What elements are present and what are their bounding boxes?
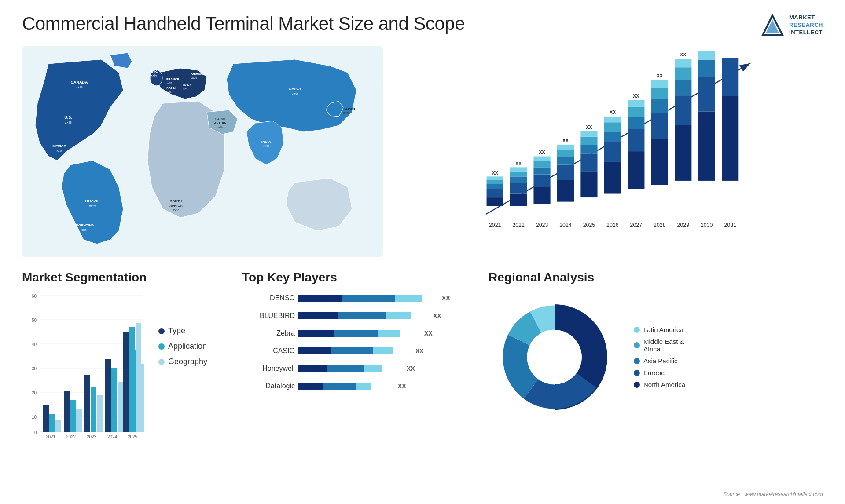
svg-text:xx%: xx%: [291, 92, 298, 96]
svg-text:XX: XX: [586, 124, 592, 130]
player-name-zebra: Zebra: [242, 329, 295, 337]
svg-rect-148: [395, 295, 422, 302]
player-name-bluebird: BLUEBIRD: [242, 312, 295, 320]
svg-text:MEXICO: MEXICO: [52, 144, 66, 148]
legend-apac: Asia Pacific: [634, 357, 685, 365]
player-name-casio: CASIO: [242, 347, 295, 355]
svg-rect-127: [70, 400, 76, 432]
legend-dot-application: [158, 343, 165, 350]
svg-text:xx%: xx%: [151, 74, 157, 77]
svg-rect-38: [487, 197, 503, 206]
logo-text: MARKET RESEARCH INTELLECT: [789, 14, 823, 37]
svg-text:XX: XX: [539, 150, 545, 155]
svg-rect-62: [580, 172, 597, 197]
svg-text:xx%: xx%: [343, 111, 349, 114]
players-container: Top Key Players DENSO XX: [242, 270, 471, 455]
players-list: DENSO XX BLUEBIRD: [242, 291, 471, 397]
legend-geography: Geography: [158, 357, 207, 366]
svg-rect-151: [386, 312, 411, 319]
svg-rect-53: [533, 161, 550, 167]
dot-north-america: [634, 382, 640, 388]
player-row-zebra: Zebra XX: [242, 326, 471, 340]
legend-dot-type: [158, 328, 165, 334]
svg-rect-74: [628, 151, 644, 189]
svg-rect-77: [628, 107, 644, 117]
svg-text:XX: XX: [562, 138, 569, 143]
svg-text:XX: XX: [633, 93, 639, 99]
bar-chart-svg: XX XX XX XX: [400, 51, 823, 235]
svg-text:GERMANY: GERMANY: [191, 72, 207, 75]
svg-text:2021: 2021: [46, 435, 56, 439]
donut-chart: [489, 291, 621, 423]
svg-rect-48: [510, 167, 527, 172]
svg-rect-47: [510, 172, 527, 176]
logo-icon: [760, 13, 785, 37]
svg-rect-92: [698, 111, 715, 181]
svg-text:xx%: xx%: [263, 144, 269, 147]
label-mea: Middle East &Africa: [643, 338, 684, 353]
svg-rect-163: [356, 383, 371, 390]
svg-text:XX: XX: [680, 52, 686, 57]
svg-text:50: 50: [32, 318, 37, 323]
svg-text:AFRICA: AFRICA: [169, 204, 183, 208]
player-bar-wrap-denso: XX: [298, 291, 450, 305]
bar-chart-container: XX XX XX XX: [400, 46, 823, 257]
svg-rect-95: [698, 51, 715, 60]
segment-container: Market Segmentation 60 50 40 30 20 10 0: [22, 270, 224, 455]
svg-text:U.S.: U.S.: [64, 115, 72, 120]
player-row-denso: DENSO XX: [242, 291, 471, 305]
svg-text:xx%: xx%: [81, 228, 86, 231]
dot-latin: [634, 327, 640, 333]
legend-latin: Latin America: [634, 326, 685, 333]
svg-rect-146: [298, 295, 342, 302]
svg-rect-41: [487, 180, 503, 184]
svg-rect-123: [43, 405, 49, 432]
player-xx-datalogic: XX: [398, 383, 406, 390]
svg-text:2023: 2023: [87, 435, 97, 439]
map-container: CANADA xx% U.S. xx% MEXICO xx% BRAZIL xx…: [22, 46, 383, 257]
player-row-casio: CASIO XX: [242, 344, 471, 358]
svg-text:xx%: xx%: [76, 85, 82, 89]
legend-application: Application: [158, 342, 207, 351]
legend-label-application: Application: [168, 342, 207, 351]
svg-rect-66: [580, 131, 597, 136]
svg-rect-158: [298, 365, 327, 372]
svg-rect-129: [84, 375, 90, 432]
svg-rect-81: [651, 113, 668, 139]
svg-rect-124: [49, 414, 55, 432]
svg-rect-75: [628, 129, 644, 152]
svg-text:JAPAN: JAPAN: [343, 107, 355, 111]
player-bar-wrap-bluebird: XX: [298, 309, 441, 323]
svg-rect-132: [105, 359, 111, 432]
svg-rect-90: [675, 59, 691, 67]
player-name-denso: DENSO: [242, 294, 295, 302]
legend-type: Type: [158, 326, 207, 336]
svg-text:SAUDI: SAUDI: [215, 117, 225, 121]
svg-rect-69: [604, 142, 621, 162]
svg-rect-130: [91, 387, 96, 432]
svg-text:INDIA: INDIA: [261, 140, 271, 144]
svg-rect-134: [118, 382, 123, 432]
svg-rect-51: [533, 175, 550, 187]
legend-dot-geography: [158, 359, 165, 365]
svg-text:2024: 2024: [107, 435, 118, 439]
svg-text:xx%: xx%: [183, 88, 188, 90]
logo-area: MARKET RESEARCH INTELLECT: [760, 13, 823, 37]
svg-text:2022: 2022: [66, 435, 76, 439]
player-xx-zebra: XX: [424, 330, 433, 337]
source-text: Source : www.marketresearchintellect.com: [723, 491, 823, 497]
player-name-honeywell: Honeywell: [242, 365, 295, 373]
svg-text:XX: XX: [515, 161, 522, 166]
header: Commercial Handheld Terminal Market Size…: [22, 13, 823, 37]
svg-rect-59: [557, 150, 574, 157]
svg-text:0: 0: [34, 430, 37, 435]
svg-rect-83: [651, 88, 668, 99]
svg-rect-58: [557, 157, 574, 165]
svg-rect-131: [97, 395, 103, 432]
regional-title: Regional Analysis: [489, 270, 823, 285]
svg-rect-78: [628, 100, 644, 107]
dot-mea: [634, 342, 640, 348]
player-bar-wrap-datalogic: XX: [298, 379, 406, 393]
svg-rect-153: [334, 330, 378, 337]
svg-rect-155: [298, 347, 331, 354]
